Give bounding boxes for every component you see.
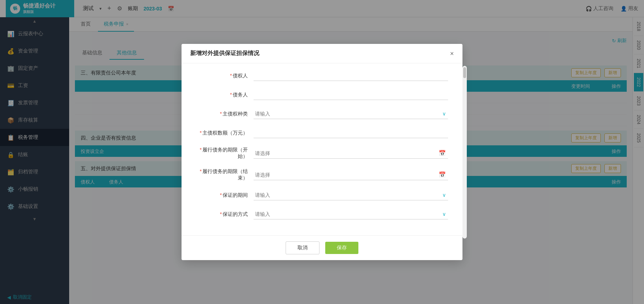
label-claim-type: *主债权种类 (196, 111, 254, 117)
input-period-start[interactable] (254, 148, 437, 158)
form-row-period-end: *履行债务的期限（结束） 📅 (196, 168, 448, 181)
save-button[interactable]: 保存 (325, 242, 358, 254)
dialog-title: 新增对外提供保证担保情况 (190, 50, 259, 57)
dialog-overlay[interactable]: 新增对外提供保证担保情况 × *债权人 *债务人 * (0, 0, 644, 304)
dialog-header: 新增对外提供保证担保情况 × (182, 44, 462, 63)
select-wrap-guarantee-period[interactable]: ∨ (254, 190, 448, 200)
dialog: 新增对外提供保证担保情况 × *债权人 *债务人 * (182, 44, 462, 260)
input-debtor[interactable] (254, 90, 448, 100)
select-wrap-guarantee-method[interactable]: ∨ (254, 209, 448, 219)
label-guarantee-period: *保证的期间 (196, 192, 254, 199)
form-row-debtor: *债务人 (196, 90, 448, 100)
input-period-end[interactable] (254, 170, 437, 180)
form-row-period-start: *履行债务的期限（开始） 📅 (196, 147, 448, 160)
date-wrap-period-start[interactable]: 📅 (254, 148, 448, 159)
label-creditor: *债权人 (196, 73, 254, 79)
label-period-start: *履行债务的期限（开始） (196, 147, 254, 160)
dialog-body: *债权人 *债务人 *主债权种类 ∨ (182, 63, 462, 235)
input-claim-type[interactable] (254, 109, 440, 119)
select-wrap-claim-type[interactable]: ∨ (254, 109, 448, 119)
label-guarantee-method: *保证的方式 (196, 211, 254, 218)
cancel-button[interactable]: 取消 (286, 241, 319, 254)
dialog-close-button[interactable]: × (450, 50, 454, 57)
dialog-footer: 取消 保存 (182, 235, 462, 260)
calendar-icon-start[interactable]: 📅 (437, 150, 448, 156)
form-row-guarantee-period: *保证的期间 ∨ (196, 190, 448, 200)
input-creditor[interactable] (254, 71, 448, 81)
input-guarantee-period[interactable] (254, 190, 440, 200)
form-row-claim-type: *主债权种类 ∨ (196, 109, 448, 119)
date-wrap-period-end[interactable]: 📅 (254, 170, 448, 180)
label-debtor: *债务人 (196, 92, 254, 98)
chevron-down-icon-guarantee-method[interactable]: ∨ (440, 211, 448, 217)
form-row-claim-amount: *主债权数额（万元） (196, 128, 448, 138)
label-claim-amount: *主债权数额（万元） (196, 130, 254, 136)
input-guarantee-method[interactable] (254, 209, 440, 219)
label-period-end: *履行债务的期限（结束） (196, 168, 254, 181)
dialog-scrollbar-track[interactable] (462, 66, 467, 239)
chevron-down-icon-guarantee-period[interactable]: ∨ (440, 192, 448, 198)
form-row-creditor: *债权人 (196, 71, 448, 81)
form-row-guarantee-method: *保证的方式 ∨ (196, 209, 448, 219)
dialog-scrollbar-thumb (463, 67, 466, 78)
calendar-icon-end[interactable]: 📅 (437, 171, 448, 178)
chevron-down-icon-claim-type[interactable]: ∨ (440, 111, 448, 117)
input-claim-amount[interactable] (254, 128, 448, 138)
